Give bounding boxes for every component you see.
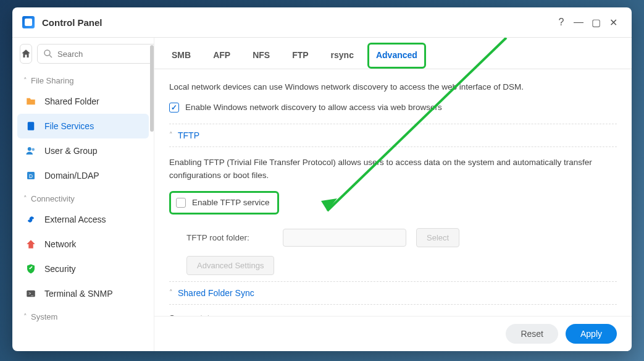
app-icon	[22, 16, 35, 28]
sidebar-item-external-access[interactable]: External Access	[17, 207, 149, 232]
enable-tftp-label: Enable TFTP service	[192, 198, 270, 207]
svg-line-1	[49, 55, 52, 57]
tabs: SMBAFPNFSFTPrsyncAdvanced	[154, 38, 632, 69]
svg-point-4	[32, 148, 35, 151]
advanced-settings-button[interactable]: Advanced Settings	[186, 256, 274, 275]
section-shared-folder-sync[interactable]: ˄ Shared Folder Sync	[169, 281, 617, 305]
footer: Reset Apply	[154, 316, 632, 351]
window-title: Control Panel	[42, 17, 553, 28]
help-button[interactable]: ?	[553, 14, 570, 31]
tab-smb[interactable]: SMB	[169, 45, 193, 69]
tab-panel-advanced: Local network devices can use Windows ne…	[154, 69, 632, 316]
sidebar-item-label: Network	[44, 239, 76, 249]
sidebar-item-network[interactable]: Network	[17, 232, 149, 257]
content-area: SMBAFPNFSFTPrsyncAdvanced Local network …	[154, 38, 632, 351]
sidebar-item-label: File Services	[44, 121, 94, 131]
domain-icon: D	[25, 169, 37, 182]
folder-icon	[25, 95, 37, 108]
sidebar-item-security[interactable]: Security	[17, 257, 149, 281]
home-icon	[20, 48, 31, 59]
tab-ftp[interactable]: FTP	[290, 45, 311, 69]
titlebar: Control Panel ? — ▢ ✕	[12, 7, 632, 38]
search-box[interactable]	[37, 44, 154, 64]
tab-rsync[interactable]: rsync	[328, 45, 356, 69]
tftp-root-label: TFTP root folder:	[186, 233, 273, 242]
network-icon	[25, 238, 37, 250]
svg-text:D: D	[29, 174, 33, 179]
maximize-button[interactable]: ▢	[587, 14, 604, 31]
discovery-checkbox-label: Enable Windows network discovery to allo…	[185, 103, 442, 112]
tftp-root-input	[283, 229, 406, 247]
close-button[interactable]: ✕	[604, 14, 622, 31]
svg-point-0	[44, 50, 50, 56]
discovery-checkbox-row[interactable]: Enable Windows network discovery to allo…	[169, 103, 617, 113]
sidebar-item-label: External Access	[44, 214, 106, 224]
sidebar-item-label: Security	[44, 264, 76, 274]
tftp-root-row: TFTP root folder: Select	[186, 228, 617, 247]
select-button[interactable]: Select	[416, 228, 459, 247]
svg-marker-10	[321, 198, 337, 211]
home-button[interactable]	[20, 44, 32, 64]
chevron-icon: ˄	[23, 77, 27, 85]
discovery-text: Local network devices can use Windows ne…	[169, 80, 617, 94]
sidebar-item-label: Shared Folder	[44, 96, 99, 106]
shield-icon	[25, 263, 37, 275]
tab-advanced[interactable]: Advanced	[374, 45, 420, 69]
svg-point-3	[28, 147, 31, 151]
users-icon	[25, 145, 37, 157]
sidebar-section-connectivity[interactable]: ˄Connectivity	[17, 188, 149, 207]
chevron-icon: ˄	[23, 195, 27, 203]
svg-text:>_: >_	[28, 291, 33, 296]
tab-afp[interactable]: AFP	[211, 45, 233, 69]
sidebar-item-shared-folder[interactable]: Shared Folder	[17, 89, 149, 114]
chevron-up-icon: ˄	[169, 131, 173, 139]
enable-tftp-checkbox-row[interactable]: Enable TFTP service	[169, 191, 279, 214]
minimize-button[interactable]: —	[570, 14, 587, 31]
annotation-highlight	[367, 43, 426, 69]
apply-button[interactable]: Apply	[566, 324, 617, 344]
sidebar-scrollbar[interactable]	[150, 45, 154, 132]
tab-nfs[interactable]: NFS	[250, 45, 272, 69]
search-icon	[43, 48, 54, 59]
sidebar-item-user-group[interactable]: User & Group	[17, 138, 149, 163]
link-icon	[25, 213, 37, 226]
checkbox-empty-icon[interactable]	[176, 198, 186, 208]
reset-button[interactable]: Reset	[506, 324, 558, 344]
terminal-icon: >_	[25, 287, 37, 300]
sidebar-item-label: Domain/LDAP	[44, 171, 99, 180]
control-panel-window: Control Panel ? — ▢ ✕ ˄File SharingShare…	[12, 7, 632, 351]
search-input[interactable]	[57, 49, 154, 59]
sidebar-section-file-sharing[interactable]: ˄File Sharing	[17, 70, 149, 89]
sidebar-item-file-services[interactable]: File Services	[17, 114, 149, 138]
tftp-desc: Enabling TFTP (Trivial File Transfer Pro…	[169, 156, 617, 182]
sidebar-item-label: User & Group	[44, 146, 98, 156]
checkbox-checked-icon[interactable]	[169, 103, 179, 113]
file-icon	[25, 120, 37, 132]
svg-rect-2	[28, 122, 35, 130]
chevron-up-icon: ˄	[169, 289, 173, 297]
chevron-icon: ˄	[23, 313, 27, 321]
section-tftp[interactable]: ˄ TFTP	[169, 124, 617, 147]
sidebar-section-system[interactable]: ˄System	[17, 306, 149, 325]
sidebar-item-label: Terminal & SNMP	[44, 289, 112, 299]
sidebar: ˄File SharingShared FolderFile ServicesU…	[12, 38, 154, 351]
sidebar-item-terminal-snmp[interactable]: >_Terminal & SNMP	[17, 281, 149, 306]
sidebar-item-domain-ldap[interactable]: DDomain/LDAP	[17, 163, 149, 188]
